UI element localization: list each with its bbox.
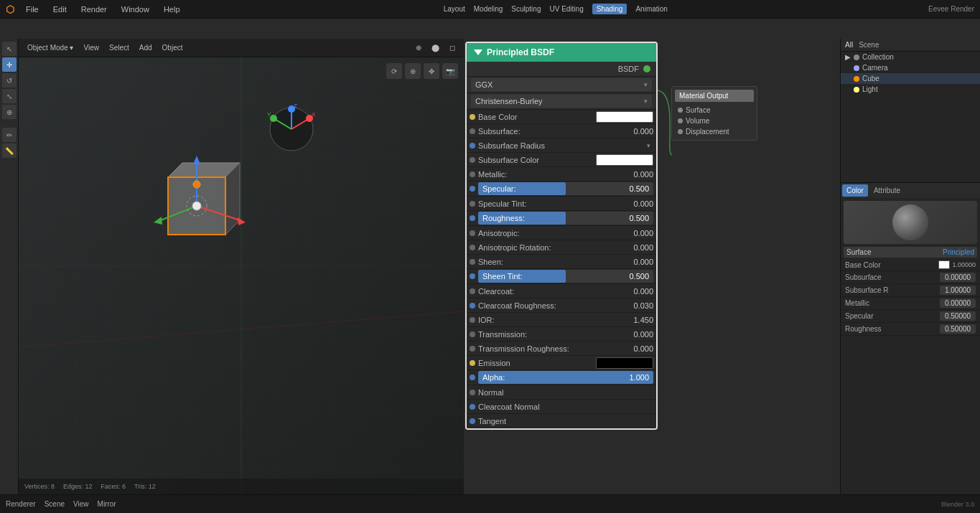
dot-anisotropic[interactable] (470, 230, 475, 236)
dot-subsurface[interactable] (470, 128, 475, 134)
outliner-filter-scene[interactable]: Scene (859, 41, 879, 49)
menu-edit[interactable]: Edit (50, 4, 70, 15)
workspace-uv[interactable]: UV Editing (549, 5, 583, 13)
dot-tangent[interactable] (470, 418, 475, 424)
tool-measure[interactable]: 📏 (2, 143, 17, 158)
mat-prop-specular-label: Specular (845, 312, 873, 320)
vp-view[interactable]: View (80, 42, 102, 53)
dot-roughness[interactable] (470, 215, 475, 221)
outliner-item-collection[interactable]: ▶ Collection (841, 52, 980, 62)
dot-subsurface-radius[interactable] (470, 143, 475, 149)
dot-ior[interactable] (470, 317, 475, 323)
tool-select[interactable]: ↖ (2, 42, 17, 56)
value-anisotropic-rotation[interactable]: 0.000 (625, 243, 653, 252)
nav-zoom[interactable]: ⊕ (405, 63, 421, 79)
nav-orbit[interactable]: ⟳ (386, 63, 402, 79)
mat-prop-base-color-label: Base Color (845, 261, 880, 269)
value-specular-tint[interactable]: 0.000 (625, 199, 653, 208)
vp-shading-wireframe[interactable]: ◻ (447, 42, 458, 53)
mat-specular-val[interactable]: 0.50000 (940, 311, 976, 321)
dot-transmission[interactable] (470, 331, 475, 337)
vp-shading-solid[interactable]: ⬤ (429, 42, 442, 53)
value-sheen[interactable]: 0.000 (625, 258, 653, 266)
tool-transform[interactable]: ⊕ (2, 105, 17, 119)
value-ior[interactable]: 1.450 (625, 316, 653, 324)
param-row-subsurface-radius: Subsurface Radius ▾ (467, 138, 656, 153)
dot-subsurface-color[interactable] (470, 157, 475, 163)
tab-color[interactable]: Color (842, 184, 868, 197)
value-clearcoat-roughness[interactable]: 0.030 (625, 301, 653, 310)
mat-roughness-val[interactable]: 0.50000 (940, 324, 976, 334)
dot-clearcoat[interactable] (470, 288, 475, 294)
properties-tabs: Color Attribute (841, 183, 980, 198)
dropdown-cb[interactable]: Christensen-Burley ▾ (471, 95, 652, 108)
dot-emission[interactable] (470, 360, 475, 366)
dot-specular[interactable] (470, 186, 475, 192)
swatch-base-color[interactable] (596, 111, 653, 123)
workspace-sculpting[interactable]: Sculpting (511, 5, 541, 13)
workspace-shading[interactable]: Shading (592, 4, 627, 14)
mat-out-disp-dot[interactable] (678, 129, 683, 134)
menu-render[interactable]: Render (78, 4, 110, 15)
vp-add[interactable]: Add (136, 42, 155, 53)
label-transmission: Transmission: (478, 330, 625, 339)
mat-out-volume-dot[interactable] (678, 118, 683, 123)
slider-sheen-tint[interactable]: Sheen Tint: 0.500 (478, 270, 653, 283)
subsurface-radius-arrow[interactable]: ▾ (647, 142, 650, 149)
value-metallic[interactable]: 0.000 (625, 170, 653, 179)
vp-object[interactable]: Object (159, 42, 186, 53)
swatch-emission[interactable] (596, 357, 653, 369)
dot-transmission-roughness[interactable] (470, 346, 475, 352)
mat-metallic-val[interactable]: 0.00000 (940, 298, 976, 308)
mat-subsurface-r-val[interactable]: 1.00000 (940, 286, 976, 295)
nav-pan[interactable]: ✥ (424, 63, 439, 79)
dot-normal[interactable] (470, 390, 475, 395)
tool-move[interactable]: ✛ (2, 57, 17, 72)
tool-annotate[interactable]: ✏ (2, 128, 17, 142)
mat-base-color-swatch[interactable] (938, 260, 950, 269)
vp-overlay-toggle[interactable]: ⊕ (413, 42, 424, 53)
dropdown-ggx[interactable]: GGX ▾ (471, 78, 652, 91)
vp-select[interactable]: Select (106, 42, 132, 53)
dot-specular-tint[interactable] (470, 201, 475, 207)
value-transmission[interactable]: 0.000 (625, 330, 653, 339)
outliner-item-light[interactable]: Light (841, 84, 980, 95)
dot-clearcoat-roughness[interactable] (470, 303, 475, 309)
slider-specular[interactable]: Specular: 0.500 (478, 182, 653, 195)
label-anisotropic-rotation: Anisotropic Rotation: (478, 243, 625, 252)
dot-alpha[interactable] (470, 375, 475, 380)
workspace-animation[interactable]: Animation (635, 5, 667, 13)
outliner-item-camera[interactable]: Camera (841, 62, 980, 73)
outliner-item-cube[interactable]: Cube (841, 73, 980, 84)
tool-scale[interactable]: ⤡ (2, 89, 17, 103)
value-clearcoat[interactable]: 0.000 (625, 287, 653, 296)
dot-metallic[interactable] (470, 171, 475, 177)
nav-camera[interactable]: 📷 (442, 63, 458, 79)
slider-roughness[interactable]: Roughness: 0.500 (478, 212, 653, 225)
collapse-icon[interactable] (474, 50, 482, 55)
dot-sheen[interactable] (470, 259, 475, 265)
param-row-sheen: Sheen: 0.000 (467, 255, 656, 269)
menu-file[interactable]: File (23, 4, 42, 15)
workspace-modeling[interactable]: Modeling (474, 5, 503, 13)
dot-sheen-tint[interactable] (470, 273, 475, 279)
menu-help[interactable]: Help (161, 4, 183, 15)
outliner-filter-all[interactable]: All (845, 41, 853, 49)
value-transmission-roughness[interactable]: 0.000 (625, 344, 653, 353)
dot-anisotropic-rotation[interactable] (470, 245, 475, 250)
swatch-subsurface-color[interactable] (596, 154, 653, 166)
slider-alpha[interactable]: Alpha: 1.000 (478, 371, 653, 384)
mat-subsurface-val[interactable]: 0.00000 (940, 273, 976, 282)
value-anisotropic[interactable]: 0.000 (625, 229, 653, 237)
bsdf-output-dot[interactable] (643, 65, 650, 72)
mat-out-surface-dot[interactable] (678, 108, 683, 113)
menu-window[interactable]: Window (118, 4, 152, 15)
vp-mode-selector[interactable]: Object Mode ▾ (24, 42, 76, 53)
viewport-3d[interactable]: X Y Z ⟳ ⊕ ✥ 📷 (19, 39, 464, 494)
light-label: Light (862, 85, 878, 93)
dot-base-color[interactable] (470, 114, 475, 120)
value-subsurface[interactable]: 0.000 (625, 127, 653, 136)
dot-clearcoat-normal[interactable] (470, 404, 475, 410)
tab-attribute[interactable]: Attribute (869, 184, 905, 197)
tool-rotate[interactable]: ↺ (2, 73, 17, 88)
